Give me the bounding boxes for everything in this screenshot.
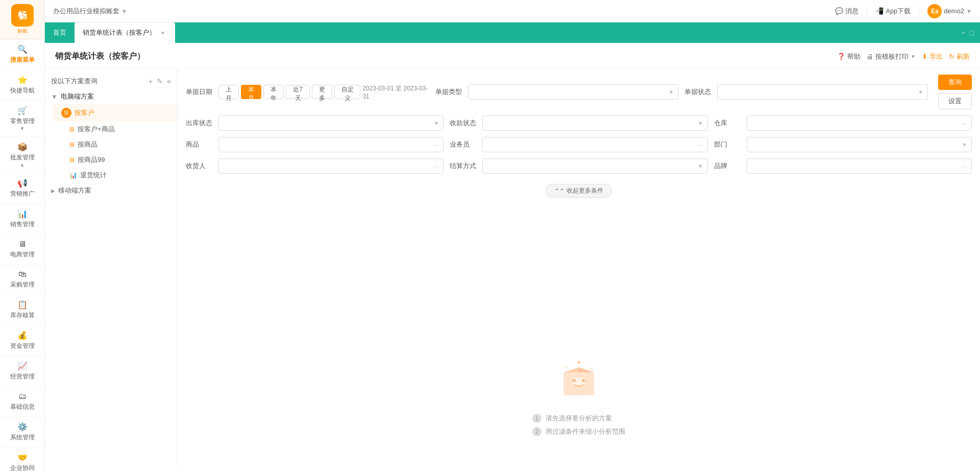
date-label: 单据日期 bbox=[186, 87, 214, 97]
tab-close-button[interactable]: × bbox=[159, 29, 167, 37]
filter-row-4: 收货人 ··· 结算方式 ▼ bbox=[186, 158, 972, 174]
purchase-icon: 🛍 bbox=[18, 270, 27, 279]
sidebar-item-sales[interactable]: 📊 销售管理 bbox=[0, 204, 44, 234]
sidebar-item-label: 零售管理 bbox=[10, 117, 35, 126]
product-dots-icon[interactable]: ··· bbox=[433, 141, 439, 149]
product-input[interactable]: ··· bbox=[218, 137, 444, 152]
industry-selector[interactable]: 办公用品行业模拟账套 ▼ bbox=[53, 7, 127, 16]
salesperson-filter-item: 业务员 ··· bbox=[450, 137, 707, 152]
sidebar-item-inventory[interactable]: 📋 库存核算 bbox=[0, 295, 44, 325]
help-button[interactable]: ❓ 帮助 bbox=[837, 52, 861, 61]
download-icon: 📲 bbox=[875, 7, 884, 15]
base-icon: 🗂 bbox=[18, 392, 27, 401]
app-download-label: App下载 bbox=[886, 7, 911, 16]
empty-step-1-text: 请先选择要分析的方案 bbox=[546, 414, 612, 423]
sidebar-item-cooperation[interactable]: 🤝 企业协同 bbox=[0, 447, 44, 472]
refresh-button[interactable]: ↻ 刷新 bbox=[949, 52, 970, 61]
sidebar-item-retail[interactable]: 🛒 零售管理 ▼ bbox=[0, 101, 44, 137]
receiver-dots-icon[interactable]: ··· bbox=[433, 162, 439, 170]
user-menu[interactable]: Ea demo2 ▼ bbox=[927, 4, 972, 18]
date-btn-custom[interactable]: 自定义 bbox=[334, 85, 360, 99]
shipment-filter-item: 出库状态 ▼ bbox=[186, 115, 444, 131]
date-btn-last-month[interactable]: 上月 bbox=[218, 85, 239, 99]
salesperson-label: 业务员 bbox=[450, 140, 478, 149]
scheme-sub-item-label: 退货统计 bbox=[80, 171, 107, 180]
empty-state: ✦ ✦ ✦ 1 请先选择要分析的方案 bbox=[178, 314, 980, 467]
tab-current[interactable]: 销货单统计表（按客户） × bbox=[75, 22, 175, 43]
sidebar-item-wholesale[interactable]: 📦 批发管理 ▲ bbox=[0, 137, 44, 173]
order-type-input[interactable]: ▼ bbox=[468, 84, 679, 100]
desktop-scheme-group: 按 按客户 ⊞ 按客户+商品 ⊞ 按商品 ⊞ 按 bbox=[45, 104, 177, 183]
window-maximize-button[interactable]: □ bbox=[970, 29, 974, 37]
sidebar-item-ecommerce[interactable]: 🖥 电商管理 bbox=[0, 234, 44, 265]
export-button[interactable]: ⬇ 导出 bbox=[922, 52, 943, 61]
sidebar-item-purchase[interactable]: 🛍 采购管理 bbox=[0, 265, 44, 295]
order-status-input[interactable]: ▼ bbox=[717, 84, 928, 100]
retail-chevron-icon: ▼ bbox=[20, 126, 25, 131]
department-input[interactable]: ▼ bbox=[747, 137, 972, 152]
app-download-button[interactable]: 📲 App下载 bbox=[875, 7, 911, 16]
window-minimize-button[interactable]: − bbox=[961, 29, 965, 37]
date-btn-7days[interactable]: 近7天 bbox=[286, 85, 309, 99]
tab-bar-right: − □ bbox=[961, 29, 980, 37]
payment-status-label: 收款状态 bbox=[450, 119, 478, 128]
tab-home[interactable]: 首页 bbox=[45, 22, 75, 43]
scheme-add-icon[interactable]: + bbox=[149, 77, 153, 85]
shipment-label: 出库状态 bbox=[186, 119, 214, 128]
empty-steps: 1 请先选择要分析的方案 2 用过滤条件来缩小分析范围 bbox=[532, 414, 625, 436]
scheme-item-by-customer-product[interactable]: ⊞ 按客户+商品 bbox=[53, 122, 177, 137]
print-label: 按模板打印 bbox=[875, 52, 909, 61]
sidebar-item-marketing[interactable]: 📢 营销推广 bbox=[0, 173, 44, 204]
desktop-arrow-icon: ▼ bbox=[51, 93, 58, 101]
sidebar-item-finance[interactable]: 💰 资金管理 bbox=[0, 325, 44, 356]
step-num-2: 2 bbox=[532, 427, 542, 436]
settlement-input[interactable]: ▼ bbox=[482, 158, 707, 174]
scheme-item-by-customer[interactable]: 按 按客户 bbox=[53, 104, 177, 122]
brand-input[interactable]: ··· bbox=[747, 158, 972, 174]
sidebar-item-quicknav[interactable]: ⭐ 快捷导航 bbox=[0, 70, 44, 101]
query-button[interactable]: 查询 bbox=[938, 75, 972, 90]
warehouse-dots-icon[interactable]: ··· bbox=[962, 120, 967, 127]
mobile-scheme-section[interactable]: ▶ 移动端方案 bbox=[45, 183, 177, 198]
sidebar-item-search[interactable]: 🔍 搜索菜单 bbox=[0, 39, 44, 70]
shipment-input[interactable]: ▼ bbox=[218, 115, 444, 131]
collapse-button[interactable]: ⌃⌃ 收起更多条件 bbox=[546, 184, 612, 198]
operations-icon: 📈 bbox=[17, 361, 28, 371]
salesperson-input[interactable]: ··· bbox=[482, 137, 707, 152]
help-icon: ❓ bbox=[837, 53, 845, 60]
refresh-icon: ↻ bbox=[949, 53, 954, 60]
sub-icon-4: 📊 bbox=[69, 172, 77, 179]
date-btn-this-year[interactable]: 本年 bbox=[263, 85, 284, 99]
shipment-chevron-icon: ▼ bbox=[433, 120, 439, 126]
salesperson-dots-icon[interactable]: ··· bbox=[698, 141, 703, 149]
payment-status-input[interactable]: ▼ bbox=[482, 115, 707, 131]
desktop-scheme-header[interactable]: ▼ 电脑端方案 bbox=[45, 89, 177, 104]
print-template-button[interactable]: 🖨 按模板打印 ▼ bbox=[867, 52, 916, 61]
sidebar-item-operations[interactable]: 📈 经营管理 bbox=[0, 356, 44, 387]
receiver-label: 收货人 bbox=[186, 161, 214, 171]
warehouse-input[interactable]: ··· bbox=[747, 115, 972, 131]
scheme-item-return-stats[interactable]: 📊 退货统计 bbox=[53, 168, 177, 183]
date-btn-this-month[interactable]: 本月 bbox=[241, 85, 261, 99]
mobile-arrow-icon: ▶ bbox=[51, 188, 55, 194]
sidebar-item-label: 搜索菜单 bbox=[10, 56, 35, 64]
divider2 bbox=[919, 7, 919, 15]
product-filter-item: 商品 ··· bbox=[186, 137, 444, 152]
department-chevron-icon: ▼ bbox=[962, 141, 967, 148]
scheme-item-by-product[interactable]: ⊞ 按商品 bbox=[53, 137, 177, 152]
filter-row-1: 单据日期 上月 本月 本年 近7天 更多 自定义 2023-03-01 至 20… bbox=[186, 75, 972, 109]
scheme-item-by-product99[interactable]: ⊞ 按商品99 bbox=[53, 152, 177, 168]
order-type-chevron-icon: ▼ bbox=[668, 89, 674, 95]
sidebar-item-base[interactable]: 🗂 基础信息 bbox=[0, 387, 44, 417]
scheme-edit-icon[interactable]: ✎ bbox=[157, 77, 163, 85]
settings-button[interactable]: 设置 bbox=[938, 93, 972, 109]
sidebar-item-label: 电商管理 bbox=[10, 250, 35, 259]
scheme-collapse-icon[interactable]: « bbox=[167, 77, 171, 85]
sub-icon-2: ⊞ bbox=[69, 141, 75, 148]
message-button[interactable]: 💬 消息 bbox=[835, 7, 859, 16]
sidebar-item-system[interactable]: ⚙️ 系统管理 bbox=[0, 417, 44, 447]
sidebar-item-label: 采购管理 bbox=[10, 280, 35, 289]
receiver-input[interactable]: ··· bbox=[218, 158, 444, 174]
brand-dots-icon[interactable]: ··· bbox=[962, 162, 967, 170]
date-btn-more[interactable]: 更多 bbox=[312, 85, 332, 99]
